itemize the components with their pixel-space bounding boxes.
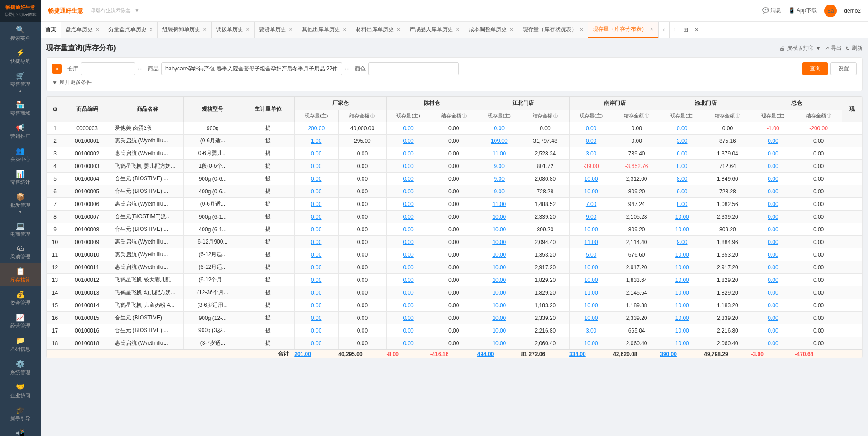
th-settings-icon[interactable]: ⚙	[47, 97, 63, 122]
username[interactable]: demo2	[844, 8, 861, 14]
footer-chen-qty[interactable]: -8.00	[387, 350, 430, 358]
cell-total-qty[interactable]: 0.00	[751, 223, 795, 236]
cell-jiangbei-qty[interactable]: 0.00	[477, 122, 521, 135]
cell-chen-qty[interactable]: 0.00	[387, 286, 430, 299]
cell-chen-qty[interactable]: 0.00	[387, 236, 430, 248]
cell-total-qty[interactable]: 0.00	[751, 211, 795, 223]
cell-jiangbei-qty[interactable]: 109.00	[477, 135, 521, 147]
cell-factory-qty[interactable]: 1.00	[294, 135, 338, 147]
user-avatar[interactable]: Ea	[824, 5, 837, 17]
cell-yubei-qty[interactable]: 10.00	[660, 286, 704, 299]
sidebar-item-member[interactable]: 👥 会员中心	[0, 143, 41, 166]
tab-nav-more[interactable]: ⊞	[680, 22, 691, 38]
tab-inventory-dist-close[interactable]: ✕	[650, 27, 653, 32]
cell-jiangbei-qty[interactable]: 10.00	[477, 274, 521, 286]
cell-jiangbei-qty[interactable]: 9.00	[477, 173, 521, 185]
refresh-btn[interactable]: ↻ 刷新	[845, 44, 863, 52]
cell-nanan-qty[interactable]: 0.00	[569, 122, 613, 135]
sidebar-item-guide[interactable]: 🎓 新手引导	[0, 402, 41, 425]
cell-nanan-qty[interactable]: 7.00	[569, 198, 613, 211]
query-button[interactable]: 查询	[802, 62, 828, 75]
sidebar-item-system[interactable]: ⚙️ 系统管理	[0, 356, 41, 379]
cell-factory-qty[interactable]: 0.00	[294, 312, 338, 324]
tab-product-in-close[interactable]: ✕	[456, 27, 459, 32]
tab-inventory-status[interactable]: 现存量（库存状况表） ✕	[518, 22, 588, 38]
print-btn[interactable]: 🖨 按模版打印 ▼	[779, 44, 821, 52]
cell-nanan-qty[interactable]: 10.00	[569, 261, 613, 274]
tab-other-out[interactable]: 其他出库单历史 ✕	[297, 22, 351, 38]
warehouse-input[interactable]	[81, 62, 135, 75]
cell-nanan-qty[interactable]: 10.00	[569, 223, 613, 236]
product-more-icon[interactable]: ···	[345, 66, 349, 72]
cell-jiangbei-qty[interactable]: 10.00	[477, 286, 521, 299]
cell-factory-qty[interactable]: 0.00	[294, 261, 338, 274]
cell-jiangbei-qty[interactable]: 10.00	[477, 324, 521, 337]
tab-purchase[interactable]: 要货单历史 ✕	[255, 22, 297, 38]
cell-total-qty[interactable]: 0.00	[751, 173, 795, 185]
cell-jiangbei-qty[interactable]: 10.00	[477, 299, 521, 312]
cell-factory-qty[interactable]: 0.00	[294, 274, 338, 286]
tab-stock-list[interactable]: 盘点单历史 ✕	[61, 22, 104, 38]
tab-adjust-close[interactable]: ✕	[246, 27, 250, 32]
expand-conditions-btn[interactable]: ▼ 展开更多条件	[52, 79, 92, 86]
cell-jiangbei-qty[interactable]: 11.00	[477, 147, 521, 160]
cell-total-qty[interactable]: 0.00	[751, 135, 795, 147]
cell-jiangbei-qty[interactable]: 10.00	[477, 337, 521, 350]
sidebar-item-apps[interactable]: 📲 应用中心	[0, 425, 41, 436]
cell-factory-qty[interactable]: 0.00	[294, 223, 338, 236]
sidebar-item-base[interactable]: 📁 基础信息	[0, 333, 41, 356]
total-amt-info-icon[interactable]: ⓘ	[827, 113, 831, 118]
cell-yubei-qty[interactable]: 10.00	[660, 211, 704, 223]
cell-chen-qty[interactable]: 0.00	[387, 211, 430, 223]
cell-total-qty[interactable]: 0.00	[751, 274, 795, 286]
data-table-container[interactable]: ⚙ 商品编码 商品名称 规格型号 主计量单位 厂家仓 陈村仓 江北门店 南岸门店…	[46, 96, 863, 358]
cell-jiangbei-qty[interactable]: 10.00	[477, 211, 521, 223]
dropdown-arrow-icon[interactable]: ▼	[134, 8, 140, 14]
color-input[interactable]	[368, 62, 459, 75]
tab-dist-stock[interactable]: 分量盘点单历史 ✕	[104, 22, 158, 38]
cell-jiangbei-qty[interactable]: 10.00	[477, 223, 521, 236]
cell-total-qty[interactable]: 0.00	[751, 147, 795, 160]
cell-factory-qty[interactable]: 0.00	[294, 147, 338, 160]
cell-nanan-qty[interactable]: 0.00	[569, 135, 613, 147]
sidebar-item-search[interactable]: 🔍 搜索英单	[0, 22, 41, 45]
cell-nanan-qty[interactable]: -39.00	[569, 160, 613, 173]
cell-nanan-qty[interactable]: 3.00	[569, 324, 613, 337]
cell-factory-qty[interactable]: 0.00	[294, 211, 338, 223]
tab-nav-next[interactable]: ›	[669, 22, 680, 38]
tab-close-all[interactable]: ✕	[691, 22, 702, 38]
sidebar-item-purchase[interactable]: 🛍 采购管理	[0, 241, 41, 263]
tab-adjust[interactable]: 调拨单历史 ✕	[212, 22, 255, 38]
cell-yubei-qty[interactable]: 10.00	[660, 299, 704, 312]
cell-yubei-qty[interactable]: 8.00	[660, 198, 704, 211]
cell-factory-qty[interactable]: 0.00	[294, 299, 338, 312]
cell-total-qty[interactable]: 0.00	[751, 299, 795, 312]
cell-factory-qty[interactable]: 0.00	[294, 236, 338, 248]
app-download-btn[interactable]: 📱 App下载	[788, 7, 817, 14]
cell-yubei-qty[interactable]: 10.00	[660, 274, 704, 286]
footer-nanan-qty[interactable]: 334.00	[569, 350, 613, 358]
cell-nanan-qty[interactable]: 10.00	[569, 337, 613, 350]
product-input[interactable]	[161, 62, 342, 75]
message-btn[interactable]: 💬 消息	[762, 7, 781, 14]
cell-total-qty[interactable]: 0.00	[751, 185, 795, 198]
cell-total-qty[interactable]: -1.00	[751, 122, 795, 135]
cell-chen-qty[interactable]: 0.00	[387, 223, 430, 236]
cell-chen-qty[interactable]: 0.00	[387, 160, 430, 173]
footer-yubei-qty[interactable]: 390.00	[660, 350, 704, 358]
tab-combo-order-close[interactable]: ✕	[203, 27, 207, 32]
yubei-amt-info-icon[interactable]: ⓘ	[736, 113, 740, 118]
cell-factory-qty[interactable]: 0.00	[294, 324, 338, 337]
cell-chen-qty[interactable]: 0.00	[387, 248, 430, 261]
cell-jiangbei-qty[interactable]: 9.00	[477, 160, 521, 173]
cell-chen-qty[interactable]: 0.00	[387, 122, 430, 135]
cell-total-qty[interactable]: 0.00	[751, 286, 795, 299]
sidebar-item-wholesale[interactable]: 📦 批发管理 ▼	[0, 189, 41, 217]
warehouse-more-icon[interactable]: ···	[138, 66, 142, 72]
cell-nanan-qty[interactable]: 10.00	[569, 173, 613, 185]
chen-amt-info-icon[interactable]: ⓘ	[462, 113, 467, 118]
cell-nanan-qty[interactable]: 10.00	[569, 274, 613, 286]
cell-nanan-qty[interactable]: 9.00	[569, 211, 613, 223]
cell-chen-qty[interactable]: 0.00	[387, 147, 430, 160]
cell-jiangbei-qty[interactable]: 11.00	[477, 198, 521, 211]
